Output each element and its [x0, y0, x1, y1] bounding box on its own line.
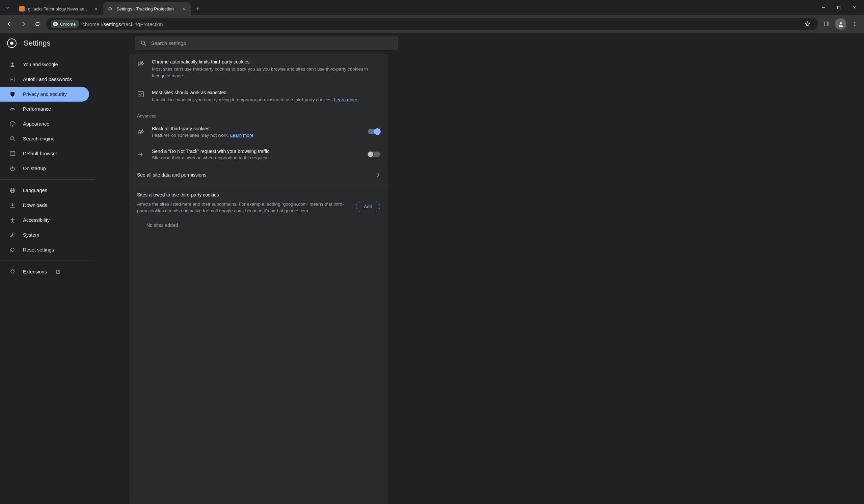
overflow-menu-button[interactable]: [849, 18, 861, 30]
svg-point-12: [141, 41, 144, 44]
sidebar-item-performance[interactable]: Performance: [0, 101, 89, 117]
browser-icon: [10, 151, 16, 157]
sidebar-item-label: Extensions: [23, 269, 47, 274]
sidebar-item-reset[interactable]: Reset settings: [0, 242, 89, 257]
sidebar-item-extensions[interactable]: Extensions: [0, 264, 89, 279]
svg-point-9: [854, 25, 855, 26]
window-minimize-button[interactable]: [815, 2, 831, 13]
svg-line-19: [13, 140, 15, 142]
sidebar-separator: [0, 179, 95, 180]
profile-avatar-button[interactable]: [835, 18, 847, 30]
power-icon: [10, 165, 16, 171]
info-row-should-work: Most sites should work as expected If a …: [129, 84, 388, 109]
sidebar-item-default-browser[interactable]: Default browser: [0, 146, 89, 161]
tab-settings[interactable]: ⚙ Settings - Tracking Protection ✕: [103, 2, 191, 15]
sidebar-item-autofill[interactable]: Autofill and passwords: [0, 72, 89, 87]
do-not-track-row: Send a "Do Not Track" request with your …: [129, 143, 388, 166]
do-not-track-toggle[interactable]: [368, 152, 380, 157]
wrench-icon: [10, 232, 16, 238]
visibility-off-icon: [137, 128, 144, 135]
advanced-label: Advanced: [129, 109, 388, 121]
send-icon: [137, 151, 144, 158]
add-site-button[interactable]: Add: [356, 201, 380, 212]
back-button[interactable]: [3, 18, 15, 30]
site-chip[interactable]: Chrome: [51, 20, 79, 28]
chrome-logo-icon: [53, 21, 58, 27]
window-close-button[interactable]: ✕: [847, 2, 862, 13]
external-link-icon: [56, 270, 60, 274]
info-body: Most sites can't use third-party cookies…: [152, 66, 380, 79]
sidebar-item-privacy-security[interactable]: Privacy and security: [0, 87, 89, 101]
sidebar-item-downloads[interactable]: Downloads: [0, 198, 89, 213]
reset-icon: [10, 247, 16, 253]
see-all-site-data-link[interactable]: See all site data and permissions: [129, 166, 388, 184]
sidebar-item-label: Autofill and passwords: [23, 77, 72, 82]
svg-rect-1: [837, 7, 840, 9]
block-all-toggle[interactable]: [368, 129, 380, 134]
search-icon: [10, 136, 16, 142]
search-settings-input[interactable]: Search settings: [135, 36, 398, 50]
allowed-sites-description: Affects the sites listed here and their …: [137, 201, 349, 215]
sidebar-item-accessibility[interactable]: Accessibility: [0, 213, 89, 228]
svg-point-11: [10, 41, 13, 45]
tab-search-dropdown[interactable]: [0, 0, 15, 15]
site-chip-label: Chrome: [60, 22, 75, 27]
tab-ghacks[interactable]: gHacks Technology News and Advice ✕: [15, 2, 103, 15]
speedometer-icon: [10, 106, 16, 112]
toggle-heading: Block all third-party cookies: [152, 126, 360, 131]
close-icon[interactable]: ✕: [181, 6, 187, 12]
close-icon[interactable]: ✕: [93, 6, 99, 12]
info-heading: Chrome automatically limits third-party …: [152, 59, 380, 64]
learn-more-link[interactable]: Learn more: [230, 133, 253, 138]
globe-icon: [10, 187, 16, 193]
learn-more-link[interactable]: Learn more: [334, 97, 357, 102]
address-bar[interactable]: Chrome chrome://settings/trackingProtect…: [46, 18, 818, 30]
svg-point-6: [840, 22, 842, 24]
accessibility-icon: [10, 217, 16, 223]
sidebar-item-label: You and Google: [23, 62, 58, 67]
sidebar-item-you-and-google[interactable]: You and Google: [0, 57, 89, 72]
url-text: chrome://settings/trackingProtection: [82, 21, 163, 27]
no-sites-added-label: No sites added: [129, 214, 388, 228]
svg-line-13: [144, 44, 146, 46]
sidebar-item-label: Performance: [23, 106, 51, 112]
favicon-ghacks: [19, 6, 25, 11]
page-title: Settings: [24, 39, 51, 48]
reload-button[interactable]: [32, 18, 43, 30]
new-tab-button[interactable]: ＋: [193, 4, 203, 14]
checkbox-checked-icon: [137, 90, 144, 98]
block-all-third-party-row: Block all third-party cookies Features o…: [129, 121, 388, 143]
sidebar-item-appearance[interactable]: Appearance: [0, 117, 89, 131]
window-maximize-button[interactable]: [831, 2, 847, 13]
forward-button[interactable]: [17, 18, 29, 30]
sidebar-item-search-engine[interactable]: Search engine: [0, 131, 89, 146]
info-row-auto-limit: Chrome automatically limits third-party …: [129, 54, 388, 84]
download-icon: [10, 202, 16, 208]
sidebar-separator: [0, 261, 95, 261]
palette-icon: [10, 121, 16, 127]
svg-rect-4: [824, 22, 829, 26]
svg-rect-20: [10, 152, 15, 156]
side-panel-button[interactable]: [821, 18, 832, 30]
info-body: If a site isn't working, you can try giv…: [152, 97, 380, 103]
link-row-label: See all site data and permissions: [137, 172, 206, 178]
svg-point-3: [54, 23, 56, 25]
svg-point-25: [12, 218, 13, 219]
sidebar-item-label: Privacy and security: [23, 92, 67, 97]
sidebar-item-system[interactable]: System: [0, 228, 89, 242]
bookmark-star-button[interactable]: [802, 18, 813, 30]
chrome-logo-icon: [7, 38, 17, 48]
extension-icon: [10, 269, 16, 275]
sidebar-item-label: Default browser: [23, 151, 57, 156]
allowed-sites-title: Sites allowed to use third-party cookies: [129, 184, 388, 200]
toggle-sub: Sites use their discretion when respondi…: [152, 155, 360, 160]
sidebar-item-label: Accessibility: [23, 217, 50, 223]
info-heading: Most sites should work as expected: [152, 90, 380, 95]
person-icon: [10, 61, 16, 68]
sidebar-item-languages[interactable]: Languages: [0, 183, 89, 198]
svg-line-17: [12, 109, 13, 110]
sidebar-item-label: Reset settings: [23, 247, 54, 252]
svg-point-7: [854, 22, 855, 23]
sidebar-item-on-startup[interactable]: On startup: [0, 161, 89, 176]
svg-point-18: [11, 137, 14, 140]
